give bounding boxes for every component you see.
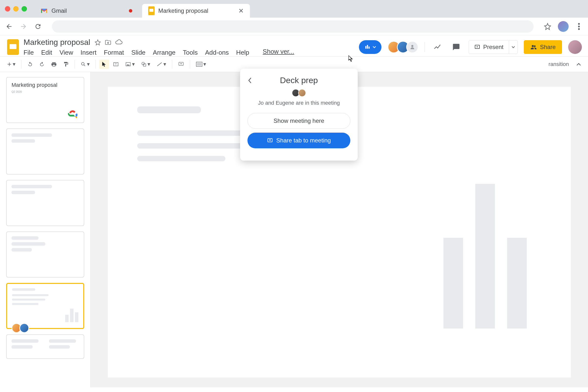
menu-help[interactable]: Help — [236, 49, 249, 56]
svg-rect-3 — [365, 46, 366, 49]
chevron-down-icon — [512, 46, 515, 48]
title-area: Marketing proposal File Edit View Insert… — [23, 38, 249, 56]
meet-popover: Deck prep Jo and Eugene are in this meet… — [240, 69, 358, 160]
browser-tab-strip: Gmail Marketing proposal ✕ — [0, 0, 588, 18]
menu-file[interactable]: File — [23, 49, 34, 56]
background-button[interactable]: ▾ — [194, 59, 209, 70]
present-button[interactable]: Present — [469, 40, 509, 54]
close-tab-icon[interactable]: ✕ — [238, 7, 244, 15]
show-version-link[interactable]: Show ver... — [263, 48, 294, 56]
gmail-icon — [40, 8, 48, 14]
svg-point-2 — [578, 28, 580, 30]
star-icon[interactable] — [95, 39, 101, 46]
image-button[interactable]: ▾ — [123, 59, 137, 70]
svg-rect-14 — [197, 63, 201, 66]
slide-thumbnail-panel[interactable]: Marketing proposal Q2 2020 — [0, 72, 91, 387]
popover-title: Deck prep — [248, 76, 350, 85]
close-window-button[interactable] — [5, 6, 10, 12]
mouse-cursor-icon — [348, 55, 354, 62]
move-folder-icon[interactable] — [105, 39, 111, 46]
menu-bar: File Edit View Insert Format Slide Arran… — [23, 49, 249, 56]
slides-icon — [148, 6, 155, 15]
svg-rect-5 — [369, 46, 370, 49]
browser-profile-avatar[interactable] — [558, 21, 569, 32]
svg-rect-4 — [367, 45, 368, 48]
menu-slide[interactable]: Slide — [131, 49, 146, 56]
notification-dot-icon — [129, 9, 132, 12]
chart-placeholder — [443, 184, 527, 328]
account-avatar[interactable] — [568, 40, 582, 54]
comment-button[interactable] — [176, 59, 186, 69]
header-right: Present Share — [359, 40, 582, 54]
tab-label: Marketing proposal — [158, 7, 208, 14]
shape-button[interactable]: ▾ — [139, 59, 153, 70]
google-cloud-icon — [65, 108, 80, 119]
meeting-participant-avatars — [248, 89, 350, 97]
share-tab-label: Share tab to meeting — [276, 137, 331, 144]
meet-icon — [364, 44, 371, 50]
show-meeting-button[interactable]: Show meeting here — [248, 113, 350, 129]
window-controls — [5, 6, 27, 12]
collaborator-avatars — [388, 41, 418, 53]
menu-arrange[interactable]: Arrange — [153, 49, 176, 56]
back-button[interactable] — [5, 22, 13, 31]
browser-menu-button[interactable] — [575, 22, 583, 31]
share-people-icon — [530, 44, 537, 50]
share-button[interactable]: Share — [524, 40, 562, 54]
menu-addons[interactable]: Add-ons — [205, 49, 229, 56]
reload-button[interactable] — [34, 22, 42, 31]
svg-point-7 — [82, 62, 84, 65]
slides-logo[interactable] — [5, 39, 21, 55]
select-tool-button[interactable] — [99, 60, 109, 69]
slide-thumbnail-6[interactable] — [6, 334, 84, 359]
slide-thumbnail-2[interactable] — [6, 128, 84, 174]
svg-point-1 — [578, 26, 580, 27]
paint-format-button[interactable] — [61, 60, 71, 69]
address-bar[interactable] — [52, 20, 534, 32]
tab-gmail[interactable]: Gmail — [34, 4, 142, 18]
present-dropdown-button[interactable] — [509, 40, 518, 54]
bookmark-star-icon[interactable] — [543, 22, 552, 31]
popover-back-button[interactable] — [246, 76, 254, 85]
slide-thumbnail-4[interactable] — [6, 232, 84, 278]
slide-thumbnail-5[interactable] — [6, 283, 84, 329]
line-button[interactable]: ▾ — [154, 59, 169, 70]
tab-label: Gmail — [51, 7, 67, 14]
document-title[interactable]: Marketing proposal — [23, 38, 90, 47]
maximize-window-button[interactable] — [21, 6, 27, 12]
menu-tools[interactable]: Tools — [183, 49, 198, 56]
thumb-title: Marketing proposal — [11, 82, 79, 88]
thumb-subtitle: Q2 2020 — [11, 90, 79, 93]
collapse-toolbar-button[interactable] — [574, 60, 584, 68]
zoom-button[interactable]: ▾ — [78, 59, 92, 70]
chevron-down-icon — [373, 46, 376, 48]
menu-edit[interactable]: Edit — [41, 49, 52, 56]
tab-marketing-proposal[interactable]: Marketing proposal ✕ — [142, 4, 250, 18]
slide-thumbnail-1[interactable]: Marketing proposal Q2 2020 — [6, 77, 84, 123]
redo-button[interactable] — [37, 60, 47, 69]
transition-label[interactable]: ransition — [549, 61, 569, 68]
menu-format[interactable]: Format — [104, 49, 124, 56]
anonymous-collaborator-icon[interactable] — [406, 41, 418, 53]
print-button[interactable] — [48, 59, 59, 69]
activity-icon[interactable] — [431, 41, 444, 54]
menu-insert[interactable]: Insert — [81, 49, 96, 56]
slide-thumbnail-3[interactable] — [6, 180, 84, 226]
cloud-status-icon[interactable] — [115, 39, 122, 46]
svg-point-0 — [578, 23, 580, 25]
textbox-button[interactable] — [110, 59, 121, 69]
share-tab-button[interactable]: Share tab to meeting — [248, 133, 350, 148]
meet-button[interactable] — [359, 40, 381, 54]
new-slide-button[interactable]: ▾ — [4, 59, 18, 70]
minimize-window-button[interactable] — [13, 6, 19, 12]
comments-icon[interactable] — [450, 41, 463, 54]
share-screen-icon — [267, 138, 273, 144]
browser-toolbar — [0, 18, 588, 35]
svg-point-10 — [142, 62, 145, 65]
share-label: Share — [540, 44, 556, 50]
forward-button[interactable] — [19, 22, 28, 31]
menu-view[interactable]: View — [59, 49, 73, 56]
undo-button[interactable] — [25, 60, 35, 69]
popover-subtitle: Jo and Eugene are in this meeting — [248, 99, 350, 107]
show-meeting-label: Show meeting here — [274, 118, 324, 124]
